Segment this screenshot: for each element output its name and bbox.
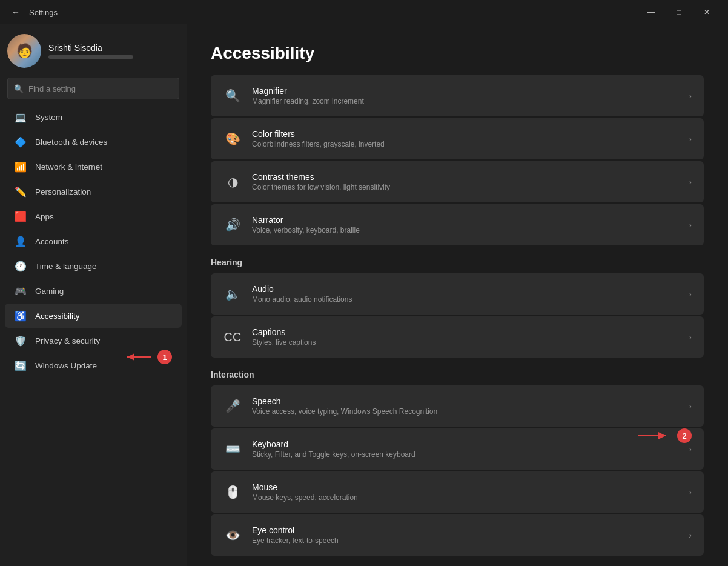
sidebar-label-apps: Apps — [35, 212, 54, 221]
titlebar-title: Settings — [29, 8, 632, 17]
mouse-desc: Mouse keys, speed, acceleration — [252, 493, 679, 502]
magnifier-title: Magnifier — [252, 86, 679, 96]
keyboard-desc: Sticky, Filter, and Toggle keys, on-scre… — [252, 450, 679, 459]
sidebar-item-accounts[interactable]: 👤 Accounts — [5, 229, 182, 253]
section-heading-interaction: Interaction — [211, 370, 704, 379]
sidebar-item-update[interactable]: 🔄 Windows Update — [5, 353, 182, 378]
settings-item-audio[interactable]: 🔈 Audio Mono audio, audio notifications … — [211, 273, 704, 315]
profile-info: Srishti Sisodia — [48, 43, 133, 59]
settings-item-magnifier[interactable]: 🔍 Magnifier Magnifier reading, zoom incr… — [211, 75, 704, 116]
eye-control-chevron-icon: › — [689, 530, 692, 540]
maximize-button[interactable]: □ — [665, 0, 693, 24]
sidebar-label-gaming: Gaming — [35, 287, 64, 296]
sidebar-item-network[interactable]: 📶 Network & internet — [5, 155, 182, 179]
minimize-icon: — — [647, 8, 655, 16]
audio-text: Audio Mono audio, audio notifications — [252, 284, 679, 304]
sidebar-label-system: System — [35, 113, 62, 122]
contrast-themes-chevron-icon: › — [689, 177, 692, 187]
contrast-themes-title: Contrast themes — [252, 172, 679, 182]
sidebar-item-bluetooth[interactable]: 🔷 Bluetooth & devices — [5, 130, 182, 154]
sidebar-item-gaming[interactable]: 🎮 Gaming — [5, 279, 182, 303]
mouse-title: Mouse — [252, 482, 679, 492]
titlebar: ← Settings — □ ✕ — [0, 0, 728, 24]
keyboard-icon: ⌨️ — [223, 439, 242, 459]
sidebar-item-privacy[interactable]: 🛡️ Privacy & security — [5, 328, 182, 353]
magnifier-desc: Magnifier reading, zoom increment — [252, 97, 679, 105]
privacy-nav-icon: 🛡️ — [15, 335, 27, 347]
color-filters-title: Color filters — [252, 129, 679, 139]
sidebar-label-time: Time & language — [35, 262, 97, 271]
sidebar-label-network: Network & internet — [35, 162, 102, 171]
contrast-themes-icon: ◑ — [223, 172, 242, 191]
color-filters-text: Color filters Colorblindness filters, gr… — [252, 129, 679, 148]
magnifier-chevron-icon: › — [689, 91, 692, 101]
narrator-title: Narrator — [252, 215, 679, 225]
sidebar-item-system[interactable]: 💻 System — [5, 105, 182, 129]
contrast-themes-text: Contrast themes Color themes for low vis… — [252, 172, 679, 191]
main-content: Accessibility 🔍 Magnifier Magnifier read… — [187, 24, 728, 566]
apps-nav-icon: 🟥 — [15, 210, 27, 222]
narrator-icon: 🔊 — [223, 215, 242, 235]
personalization-nav-icon: ✏️ — [15, 185, 27, 198]
profile-bar — [48, 55, 133, 59]
eye-control-title: Eye control — [252, 525, 679, 535]
settings-item-eye-control[interactable]: 👁️ Eye control Eye tracker, text-to-spee… — [211, 514, 704, 556]
settings-item-captions[interactable]: CC Captions Styles, live captions › — [211, 316, 704, 358]
mouse-text: Mouse Mouse keys, speed, acceleration — [252, 482, 679, 502]
settings-item-narrator[interactable]: 🔊 Narrator Voice, verbosity, keyboard, b… — [211, 204, 704, 245]
color-filters-chevron-icon: › — [689, 134, 692, 144]
content-wrapper: Accessibility 🔍 Magnifier Magnifier read… — [211, 44, 704, 556]
sidebar-item-accessibility[interactable]: ♿ Accessibility — [5, 304, 182, 328]
settings-item-mouse[interactable]: 🖱️ Mouse Mouse keys, speed, acceleration… — [211, 471, 704, 513]
speech-title: Speech — [252, 396, 679, 406]
network-nav-icon: 📶 — [15, 161, 27, 173]
maximize-icon: □ — [677, 8, 681, 16]
sidebar: 🧑 Srishti Sisodia 🔍 💻 System 🔷 Bluetooth… — [0, 24, 187, 566]
update-nav-icon: 🔄 — [15, 359, 27, 371]
settings-sections: 🔍 Magnifier Magnifier reading, zoom incr… — [211, 75, 704, 556]
profile-section[interactable]: 🧑 Srishti Sisodia — [0, 24, 187, 75]
time-nav-icon: 🕐 — [15, 260, 27, 272]
sidebar-label-update: Windows Update — [35, 361, 97, 370]
sidebar-item-apps[interactable]: 🟥 Apps — [5, 204, 182, 228]
keyboard-chevron-icon: › — [689, 444, 692, 454]
eye-control-icon: 👁️ — [223, 525, 242, 545]
audio-desc: Mono audio, audio notifications — [252, 295, 679, 304]
back-arrow-icon: ← — [12, 7, 20, 17]
back-button[interactable]: ← — [7, 4, 24, 21]
sidebar-label-bluetooth: Bluetooth & devices — [35, 138, 107, 147]
accessibility-nav-icon: ♿ — [15, 310, 27, 322]
captions-desc: Styles, live captions — [252, 338, 679, 347]
sidebar-item-personalization[interactable]: ✏️ Personalization — [5, 179, 182, 204]
sidebar-label-personalization: Personalization — [35, 187, 91, 196]
speech-icon: 🎤 — [223, 396, 242, 416]
color-filters-icon: 🎨 — [223, 129, 242, 148]
page-title: Accessibility — [211, 44, 704, 63]
audio-chevron-icon: › — [689, 289, 692, 299]
accounts-nav-icon: 👤 — [15, 235, 27, 247]
search-input[interactable] — [28, 84, 173, 93]
magnifier-icon: 🔍 — [223, 86, 242, 105]
captions-text: Captions Styles, live captions — [252, 327, 679, 347]
narrator-text: Narrator Voice, verbosity, keyboard, bra… — [252, 215, 679, 235]
close-icon: ✕ — [704, 8, 710, 16]
sidebar-item-time[interactable]: 🕐 Time & language — [5, 254, 182, 278]
captions-icon: CC — [223, 327, 242, 347]
search-box[interactable]: 🔍 — [7, 78, 179, 99]
settings-item-keyboard[interactable]: ⌨️ Keyboard Sticky, Filter, and Toggle k… — [211, 428, 704, 470]
nav-list: 💻 System 🔷 Bluetooth & devices 📶 Network… — [0, 104, 187, 378]
captions-title: Captions — [252, 327, 679, 337]
minimize-button[interactable]: — — [637, 0, 665, 24]
magnifier-text: Magnifier Magnifier reading, zoom increm… — [252, 86, 679, 105]
contrast-themes-desc: Color themes for low vision, light sensi… — [252, 183, 679, 191]
sidebar-label-accessibility: Accessibility — [35, 311, 80, 321]
sidebar-label-privacy: Privacy & security — [35, 336, 100, 345]
speech-desc: Voice access, voice typing, Windows Spee… — [252, 407, 679, 416]
narrator-desc: Voice, verbosity, keyboard, braille — [252, 226, 679, 235]
audio-icon: 🔈 — [223, 284, 242, 304]
settings-item-speech[interactable]: 🎤 Speech Voice access, voice typing, Win… — [211, 385, 704, 427]
sidebar-label-accounts: Accounts — [35, 237, 69, 246]
close-button[interactable]: ✕ — [693, 0, 721, 24]
settings-item-color-filters[interactable]: 🎨 Color filters Colorblindness filters, … — [211, 118, 704, 159]
settings-item-contrast-themes[interactable]: ◑ Contrast themes Color themes for low v… — [211, 161, 704, 202]
